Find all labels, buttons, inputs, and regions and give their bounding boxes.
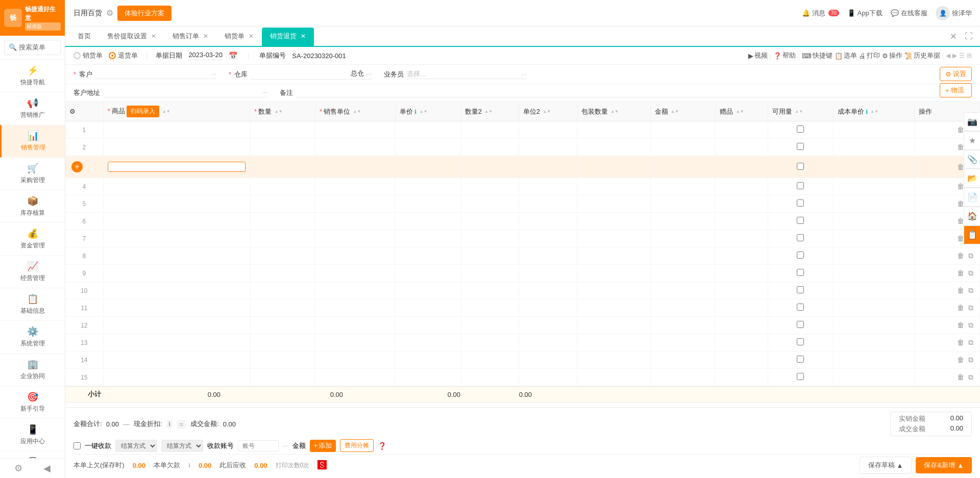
cell-8-5[interactable] <box>768 195 833 213</box>
cell-6-5[interactable] <box>650 195 716 213</box>
cell-6-15[interactable] <box>650 369 716 386</box>
delete-row-btn-13[interactable]: 🗑 <box>955 337 966 347</box>
cell-3-11[interactable] <box>460 299 519 317</box>
customer-dots[interactable]: ··· <box>211 70 216 78</box>
address-input[interactable] <box>103 88 260 96</box>
cell-9-4[interactable] <box>833 178 915 195</box>
copy-row-btn-12[interactable]: ⧉ <box>966 320 975 331</box>
cell-9-14[interactable] <box>833 351 915 369</box>
cell-7-8[interactable] <box>716 247 768 265</box>
cell-6-10[interactable] <box>650 282 716 299</box>
cell-8-8[interactable] <box>768 247 833 265</box>
cell-9-7[interactable] <box>833 230 915 247</box>
cell-8-9[interactable] <box>768 265 833 282</box>
radio-return[interactable]: 退货单 <box>109 51 138 60</box>
cell-9-13[interactable] <box>833 334 915 351</box>
cell-7-2[interactable] <box>716 139 768 156</box>
cell-product-1[interactable] <box>103 121 250 139</box>
staff-input[interactable] <box>407 70 519 78</box>
notification-group[interactable]: 🔔 消息 70 <box>802 9 839 18</box>
collapse-sidebar-button[interactable]: ◀ <box>43 463 51 474</box>
cell-0-9[interactable] <box>250 265 315 282</box>
gift-checkbox-7[interactable] <box>797 234 804 241</box>
cell-7-15[interactable] <box>716 369 768 386</box>
cell-7-6[interactable] <box>716 213 768 230</box>
app-download-group[interactable]: 📱 App下载 <box>847 9 883 18</box>
sidebar-item-newbie[interactable]: 🎯 新手引导 <box>0 386 65 419</box>
tab-home[interactable]: 首页 <box>69 28 99 46</box>
sidebar-item-basic[interactable]: 📋 基础信息 <box>0 288 65 321</box>
select-btn[interactable]: 📋 选单 <box>835 51 857 60</box>
cell-8-6[interactable] <box>768 213 833 230</box>
cell-4-4[interactable] <box>519 178 577 195</box>
radio-sale-goods[interactable]: 销货单 <box>74 51 103 60</box>
cell-5-8[interactable] <box>577 247 650 265</box>
product-input-3[interactable] <box>108 162 246 172</box>
tab-sale-goods[interactable]: 销货单 ✕ <box>216 28 262 46</box>
cell-3-12[interactable] <box>460 317 519 334</box>
help-btn[interactable]: ❓ 帮助 <box>773 51 796 60</box>
copy-row-btn-10[interactable]: ⧉ <box>966 285 975 296</box>
calc-select[interactable]: 结算方式 <box>161 440 203 452</box>
col-quantity2-sort[interactable]: ▲▼ <box>484 110 493 114</box>
nav-next[interactable]: ▶ <box>952 52 957 59</box>
cell-5-6[interactable] <box>577 213 650 230</box>
cell-2-13[interactable] <box>396 334 461 351</box>
cell-0-1[interactable] <box>250 121 315 139</box>
tab-sale-order[interactable]: 销售订单 ✕ <box>164 28 216 46</box>
cell-7-1[interactable] <box>716 121 768 139</box>
col-product-sort[interactable]: ▲▼ <box>162 110 170 114</box>
cell-1-12[interactable] <box>315 317 395 334</box>
cell-5-9[interactable] <box>577 265 650 282</box>
cell-3-2[interactable] <box>460 139 519 156</box>
cell-2-4[interactable] <box>396 178 461 195</box>
delete-row-btn-10[interactable]: 🗑 <box>955 285 966 295</box>
scan-button[interactable]: 扫码录入 <box>127 106 159 117</box>
cell-7-13[interactable] <box>716 334 768 351</box>
add-row-button[interactable]: + <box>71 161 83 172</box>
cell-5-3[interactable] <box>577 156 650 178</box>
cell-8-3[interactable] <box>768 156 833 178</box>
cell-0-2[interactable] <box>250 139 315 156</box>
close-tab-button[interactable]: ✕ <box>947 31 960 42</box>
cell-1-5[interactable] <box>315 195 395 213</box>
copy-row-btn-15[interactable]: ⧉ <box>966 372 975 383</box>
right-panel-doc[interactable]: 📄 <box>964 188 980 207</box>
settings-button[interactable]: ⚙ <box>14 463 22 474</box>
tab-sale-goods-close[interactable]: ✕ <box>249 33 254 40</box>
cell-8-1[interactable] <box>768 121 833 139</box>
cell-product-8[interactable] <box>103 247 250 265</box>
history-btn[interactable]: 📜 历史单据 <box>904 51 940 60</box>
sidebar-item-enterprise[interactable]: 🏢 企业协同 <box>0 354 65 386</box>
delete-row-btn-15[interactable]: 🗑 <box>955 372 966 382</box>
address-dots[interactable]: ··· <box>262 88 267 96</box>
cell-1-11[interactable] <box>315 299 395 317</box>
cell-8-4[interactable] <box>768 178 833 195</box>
right-panel-folder[interactable]: 📂 <box>964 169 980 188</box>
cell-9-10[interactable] <box>833 282 915 299</box>
sidebar-item-system[interactable]: ⚙️ 系统管理 <box>0 321 65 354</box>
cell-6-2[interactable] <box>650 139 716 156</box>
tab-sale-return-close[interactable]: ✕ <box>301 33 306 40</box>
copy-row-btn-9[interactable]: ⧉ <box>966 268 975 279</box>
cell-6-14[interactable] <box>650 351 716 369</box>
sidebar-item-marketing[interactable]: 📢 营销推广 <box>0 92 65 125</box>
tab-sale-return[interactable]: 销货退货 ✕ <box>262 28 314 46</box>
view-grid-icon[interactable]: ⊞ <box>967 52 972 59</box>
cell-8-2[interactable] <box>768 139 833 156</box>
cell-2-10[interactable] <box>396 282 461 299</box>
search-menu-button[interactable]: 🔍 搜索菜单 <box>4 40 61 55</box>
cell-5-15[interactable] <box>577 369 650 386</box>
cell-7-11[interactable] <box>716 299 768 317</box>
cell-2-14[interactable] <box>396 351 461 369</box>
right-panel-main[interactable]: 📋 <box>964 225 980 244</box>
cell-product-6[interactable] <box>103 213 250 230</box>
cell-1-13[interactable] <box>315 334 395 351</box>
gift-checkbox-12[interactable] <box>797 321 804 328</box>
gift-checkbox-1[interactable] <box>797 125 804 133</box>
right-panel-photo[interactable]: 📷 <box>964 112 980 131</box>
cell-product-10[interactable] <box>103 282 250 299</box>
date-value[interactable]: 2023-03-20 <box>188 51 223 60</box>
cell-1-15[interactable] <box>315 369 395 386</box>
cell-5-4[interactable] <box>577 178 650 195</box>
